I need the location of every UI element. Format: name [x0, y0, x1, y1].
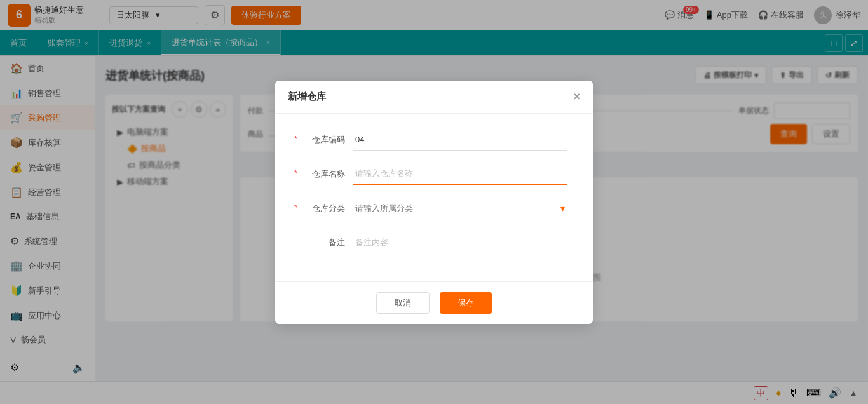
- modal-close-button[interactable]: ×: [573, 91, 580, 102]
- name-input[interactable]: [353, 163, 567, 185]
- modal-header: 新增仓库 ×: [275, 81, 593, 114]
- category-input[interactable]: [353, 198, 567, 219]
- form-row-code: 仓库编码: [301, 129, 567, 151]
- remark-label: 备注: [301, 237, 345, 248]
- code-label: 仓库编码: [301, 134, 345, 145]
- remark-input[interactable]: [353, 232, 567, 253]
- category-select-wrapper: ▾: [353, 198, 567, 219]
- modal-body: 仓库编码 仓库名称 仓库分类 ▾ 备注: [275, 114, 593, 281]
- modal-overlay: 新增仓库 × 仓库编码 仓库名称 仓库分类 ▾: [0, 0, 868, 404]
- form-row-remark: 备注: [301, 232, 567, 253]
- form-row-category: 仓库分类 ▾: [301, 198, 567, 219]
- cancel-button[interactable]: 取消: [376, 292, 430, 314]
- category-label: 仓库分类: [301, 203, 345, 214]
- modal-footer: 取消 保存: [275, 281, 593, 324]
- save-button[interactable]: 保存: [440, 292, 492, 314]
- name-label: 仓库名称: [301, 168, 345, 180]
- new-warehouse-modal: 新增仓库 × 仓库编码 仓库名称 仓库分类 ▾: [275, 81, 593, 324]
- code-input[interactable]: [353, 129, 567, 151]
- form-row-name: 仓库名称: [301, 163, 567, 185]
- modal-title: 新增仓库: [288, 91, 326, 103]
